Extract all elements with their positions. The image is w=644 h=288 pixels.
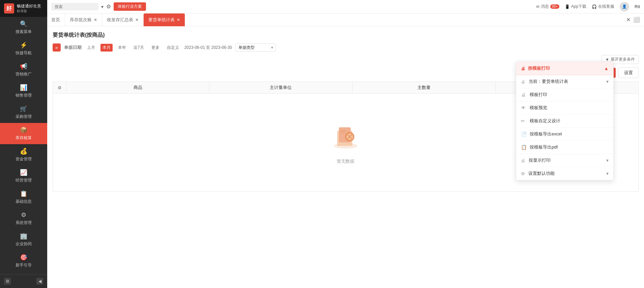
user-avatar[interactable]: 👤 — [620, 2, 629, 11]
sidebar-item-operations[interactable]: 📈 经营管理 — [0, 165, 47, 187]
current-template-icon: 🖨 — [521, 79, 525, 84]
online-service-btn[interactable]: 🎧 在线客服 — [592, 4, 614, 9]
topbar-gear-btn[interactable]: ⚙ — [106, 3, 111, 10]
date-btn-custom[interactable]: 自定义 — [165, 44, 181, 52]
inventory-icon: 📦 — [20, 126, 27, 134]
sidebar-item-finance[interactable]: 💰 资金管理 — [0, 144, 47, 165]
main-area: ▾ ⚙ 体验行业方案 ✉ 消息 99+ 📱 App下载 🎧 在线客服 👤 Rit — [47, 0, 644, 288]
tabbar: 首页 库存批次账 ✕ 收发存汇总表 ✕ 要货单统计表 ✕ ✕ ⬜ — [47, 13, 644, 26]
display-print-icon: 🖨 — [521, 158, 525, 163]
topbar-actions: ✉ 消息 99+ 📱 App下载 🎧 在线客服 👤 Rit — [536, 2, 640, 11]
dropdown-item-export-excel[interactable]: 📄 按模板导出excel — [516, 128, 613, 141]
settings-btn[interactable]: 设置 — [618, 67, 639, 78]
sales-icon: 📊 — [20, 84, 27, 91]
sidebar-item-enterprise[interactable]: 🏢 企业协同 — [0, 229, 47, 250]
sidebar-item-quick-nav[interactable]: ⚡ 快捷导航 — [0, 38, 47, 59]
export-excel-icon: 📄 — [521, 131, 526, 137]
empty-text: 暂无数据 — [337, 158, 354, 164]
settings-footer-btn[interactable]: ⚙ — [4, 278, 11, 285]
th-product: 商品 — [66, 82, 209, 93]
th-quantity: 主数量 — [353, 82, 496, 93]
trial-btn[interactable]: 体验行业方案 — [114, 2, 146, 11]
type-select-wrap: 单据类型 全部 要货单 退货单 ▾ — [235, 43, 276, 52]
marketing-icon: 📢 — [20, 63, 27, 70]
purchase-icon: 🛒 — [20, 105, 27, 113]
tab-receivables-summary[interactable]: 收发存汇总表 ✕ — [102, 13, 144, 26]
quick-nav-icon: ⚡ — [20, 41, 27, 49]
sidebar-nav: 🔍 搜索菜单 ⚡ 快捷导航 📢 营销推广 📊 销售管理 🛒 采购管理 📦 库存核… — [0, 17, 47, 274]
sidebar-item-marketing[interactable]: 📢 营销推广 — [0, 59, 47, 81]
sidebar-item-app-center[interactable]: 🔲 应用中心 — [0, 271, 47, 274]
tab-close-receivables[interactable]: ✕ — [135, 18, 139, 22]
close-window-btn[interactable]: ✕ — [626, 17, 631, 23]
template-preview-icon: 👁 — [521, 105, 526, 110]
dropdown-item-template-custom[interactable]: ✏ 模板自定义设计 — [516, 115, 613, 128]
sidebar-item-inventory[interactable]: 📦 库存核算 — [0, 123, 47, 144]
filter-bar: » 单据日期 上月 本月 本年 近7天 更多 自定义 2023-06-01 至 … — [53, 43, 639, 52]
dropdown-collapse-icon[interactable]: ▲ — [604, 66, 609, 71]
user-avatar-icon: 👤 — [622, 4, 627, 9]
logo-icon: 好 — [4, 3, 14, 13]
template-custom-icon: ✏ — [521, 118, 526, 124]
filter-expand-btn[interactable]: » — [53, 43, 61, 52]
sidebar-footer: ⚙ ◀ — [0, 274, 47, 288]
user-name: Rit — [635, 4, 640, 9]
dropdown-item-template-preview[interactable]: 👁 模板预览 — [516, 101, 613, 115]
basic-info-icon: 📋 — [20, 190, 27, 197]
dropdown-item-template-print[interactable]: 🖨 模板打印 — [516, 88, 613, 101]
sidebar-item-newbie[interactable]: 🎯 新手引导 — [0, 250, 47, 271]
date-btn-last-7-days[interactable]: 近7天 — [131, 44, 146, 52]
finance-icon: 💰 — [20, 148, 27, 155]
th-unit: 主计量单位 — [209, 82, 352, 93]
tab-close-order-statistics[interactable]: ✕ — [177, 18, 180, 22]
expand-more-icon: ▼ — [605, 57, 609, 62]
messages-btn[interactable]: ✉ 消息 99+ — [536, 4, 559, 9]
page-title: 要货单统计表(按商品) — [53, 32, 639, 39]
dropdown-header-controls: ▲ — [604, 66, 609, 71]
tab-order-statistics[interactable]: 要货单统计表 ✕ — [144, 13, 185, 26]
sidebar: 好 畅捷通好生意 标准版 🔍 搜索菜单 ⚡ 快捷导航 📢 营销推广 📊 销售管理… — [0, 0, 47, 288]
app-download-btn[interactable]: 📱 App下载 — [565, 4, 586, 9]
dropdown-display-print[interactable]: 🖨 按显示打印 ▾ — [516, 154, 613, 167]
collapse-sidebar-btn[interactable]: ◀ — [36, 278, 43, 285]
topbar-search-input[interactable] — [51, 3, 98, 10]
app-name: 畅捷通好生意 标准版 — [17, 4, 41, 13]
svg-rect-8 — [340, 133, 345, 133]
svg-rect-7 — [340, 131, 346, 131]
default-function-icon: ⚙ — [521, 171, 525, 176]
date-btn-more[interactable]: 更多 — [149, 44, 162, 52]
type-select[interactable]: 单据类型 全部 要货单 退货单 — [235, 43, 276, 52]
enterprise-icon: 🏢 — [20, 232, 27, 240]
tab-home[interactable]: 首页 — [51, 13, 65, 26]
empty-icon — [329, 121, 362, 154]
tab-inventory-batch[interactable]: 库存批次账 ✕ — [65, 13, 102, 26]
dropdown-current-template[interactable]: 🖨 当前：要货单统计表 ▾ — [516, 75, 613, 88]
default-function-arrow: ▾ — [606, 171, 609, 176]
content-area: 要货单统计表(按商品) » 单据日期 上月 本月 本年 近7天 更多 自定义 2… — [47, 26, 644, 288]
date-btn-current-month[interactable]: 本月 — [100, 44, 113, 52]
template-print-icon: 🖨 — [521, 92, 526, 97]
topbar-dropdown-btn[interactable]: ▾ — [101, 4, 104, 9]
messages-badge: 99+ — [550, 4, 559, 9]
date-label: 单据日期 — [64, 44, 82, 51]
date-range-display: 2023-06-01 至 2023-06-30 — [184, 45, 232, 51]
sidebar-item-purchase[interactable]: 🛒 采购管理 — [0, 102, 47, 123]
table-setting-btn[interactable]: ⚙ — [53, 83, 66, 93]
sidebar-item-system[interactable]: ⚙ 系统管理 — [0, 208, 47, 229]
current-template-arrow: ▾ — [606, 79, 609, 84]
search-icon: 🔍 — [20, 20, 27, 28]
sidebar-item-search[interactable]: 🔍 搜索菜单 — [0, 17, 47, 38]
sidebar-item-basic-info[interactable]: 📋 基础信息 — [0, 187, 47, 208]
date-btn-current-year[interactable]: 本年 — [116, 44, 128, 52]
dropdown-title: 🖨 按模板打印 — [521, 65, 550, 71]
maximize-window-btn[interactable]: ⬜ — [633, 17, 640, 23]
sidebar-item-sales[interactable]: 📊 销售管理 — [0, 81, 47, 102]
dropdown-default-function[interactable]: ⚙ 设置默认功能 ▾ — [516, 167, 613, 180]
dropdown-item-export-pdf[interactable]: 📋 按模板导出pdf — [516, 141, 613, 154]
export-pdf-icon: 📋 — [521, 145, 526, 150]
tab-close-inventory-batch[interactable]: ✕ — [94, 18, 97, 22]
operations-icon: 📈 — [20, 169, 27, 176]
system-icon: ⚙ — [21, 211, 26, 219]
date-btn-prev-month[interactable]: 上月 — [85, 44, 97, 52]
app-download-icon: 📱 — [565, 4, 570, 9]
